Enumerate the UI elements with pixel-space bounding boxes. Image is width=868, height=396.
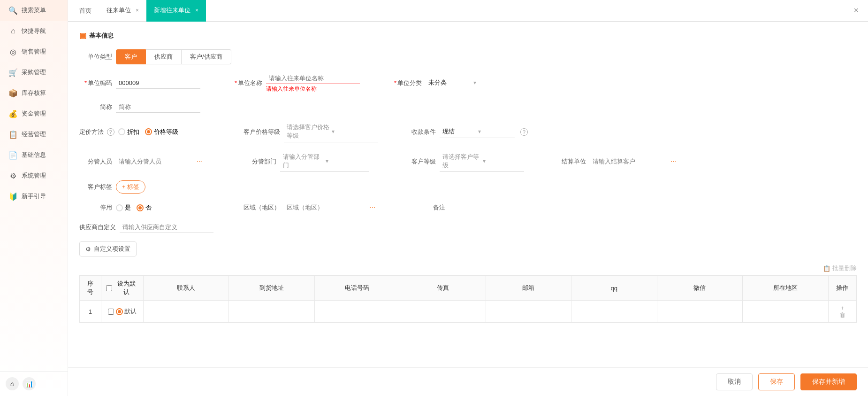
department-arrow: ▾	[326, 158, 366, 164]
manager-field: 分管人员 ···	[79, 156, 244, 167]
sidebar-bottom: ⌂ 📊	[0, 371, 68, 396]
short-name-label: 简称	[79, 103, 112, 111]
sidebar-item-basic-info[interactable]: 📄 基础信息	[0, 145, 68, 165]
unit-type-customer-btn[interactable]: 客户	[116, 49, 146, 64]
customer-level-label: 客户等级	[403, 157, 436, 166]
settlement-unit-label: 结算单位	[553, 157, 586, 166]
row-checkbox: 默认	[101, 301, 143, 323]
unit-type-supplier-btn[interactable]: 供应商	[146, 49, 182, 64]
payment-terms-hint-icon[interactable]: ?	[520, 128, 528, 136]
custom-settings-button[interactable]: ⚙ 自定义项设置	[79, 241, 137, 256]
col-contact: 联系人	[143, 276, 228, 301]
region-input[interactable]	[284, 202, 364, 213]
col-email: 邮箱	[486, 276, 571, 301]
tab-partner[interactable]: 往来单位 ×	[99, 0, 146, 22]
row-default-radio[interactable]	[116, 308, 123, 315]
unit-name-field: *单位名称 请输入往来单位名称	[229, 73, 389, 93]
row-contact[interactable]	[143, 301, 228, 323]
cancel-button[interactable]: 取消	[716, 373, 753, 390]
row-delete-btn[interactable]: 🗑	[839, 311, 845, 318]
payment-terms-select[interactable]: 现结 ▾	[440, 125, 515, 138]
supplier-custom-input[interactable]	[120, 222, 213, 233]
pricing-discount-option[interactable]: 折扣	[118, 128, 139, 136]
region-more-btn[interactable]: ···	[367, 203, 377, 212]
unit-category-select[interactable]: 未分类 ▾	[426, 77, 519, 89]
tab-new-partner-close[interactable]: ×	[195, 7, 198, 14]
pricing-discount-radio[interactable]	[118, 128, 125, 135]
department-select[interactable]: 请输入分管部门 ▾	[280, 151, 369, 172]
remark-input[interactable]	[449, 202, 562, 213]
payment-terms-field: 收款条件 现结 ▾ ?	[403, 125, 857, 138]
tab-partner-close[interactable]: ×	[136, 7, 139, 14]
tab-home[interactable]: 首页	[72, 0, 99, 22]
tab-new-partner[interactable]: 新增往来单位 ×	[146, 0, 206, 22]
disabled-radio-group: 是 否	[116, 203, 152, 212]
settlement-unit-input[interactable]	[590, 156, 665, 167]
disabled-no-radio[interactable]	[137, 204, 144, 211]
batch-delete-button[interactable]: 📋 批量删除	[823, 264, 857, 272]
unit-code-input[interactable]	[116, 78, 200, 89]
row-select-checkbox[interactable]	[108, 309, 114, 315]
row-add-btn[interactable]: +	[840, 304, 844, 311]
manager-input[interactable]	[116, 156, 191, 167]
unit-name-input[interactable]	[266, 73, 360, 84]
disabled-no-option[interactable]: 否	[137, 203, 152, 212]
sidebar-item-sales[interactable]: ◎ 销售管理	[0, 41, 68, 62]
unit-info-row: *单位编码 *单位名称 请输入往来单位名称 *单位分类 未分类 ▾	[79, 73, 857, 93]
pricing-row: 定价方法 ? 折扣 价格等级 客户价格等级 请选择客户价	[79, 121, 857, 142]
customer-price-level-field: 客户价格等级 请选择客户价格等级 ▾	[244, 121, 403, 142]
sidebar-item-finance[interactable]: 💰 资金管理	[0, 103, 68, 124]
unit-category-arrow: ▾	[473, 79, 517, 86]
sidebar-item-quick-nav[interactable]: ⌂ 快捷导航	[0, 21, 68, 41]
unit-type-row: 单位类型 客户 供应商 客户/供应商	[79, 49, 857, 64]
customer-price-level-label: 客户价格等级	[244, 128, 280, 136]
manager-more-btn[interactable]: ···	[195, 157, 205, 166]
disabled-yes-radio[interactable]	[116, 204, 123, 211]
settlement-unit-more-btn[interactable]: ···	[669, 157, 678, 166]
col-fax: 传真	[400, 276, 486, 301]
pricing-level-radio[interactable]	[145, 128, 152, 135]
inventory-icon: 📦	[8, 88, 18, 98]
row-fax[interactable]	[400, 301, 486, 323]
col-seq: 序号	[80, 276, 101, 301]
sidebar-bottom-icon-2[interactable]: 📊	[23, 377, 36, 390]
row-email[interactable]	[486, 301, 571, 323]
customer-level-select[interactable]: 请选择客户等级 ▾	[440, 151, 524, 172]
unit-type-both-btn[interactable]: 客户/供应商	[182, 49, 231, 64]
pricing-level-option[interactable]: 价格等级	[145, 128, 178, 136]
short-name-row: 简称	[79, 101, 857, 113]
disabled-yes-option[interactable]: 是	[116, 203, 131, 212]
col-phone: 电话号码	[314, 276, 400, 301]
sales-icon: ◎	[8, 47, 18, 56]
pricing-label: 定价方法 ?	[79, 128, 114, 136]
save-and-new-button[interactable]: 保存并新增	[800, 373, 857, 390]
col-location: 所在地区	[743, 276, 828, 301]
tab-bar: 首页 往来单位 × 新增往来单位 × ×	[68, 0, 868, 22]
sidebar-item-purchase[interactable]: 🛒 采购管理	[0, 62, 68, 83]
add-tag-button[interactable]: + 标签	[116, 180, 145, 194]
row-location[interactable]	[743, 301, 828, 323]
col-qq: qq	[571, 276, 657, 301]
row-phone[interactable]	[314, 301, 400, 323]
sidebar-item-guide[interactable]: 🔰 新手引导	[0, 186, 68, 207]
col-wechat: 微信	[657, 276, 742, 301]
window-close-button[interactable]: ×	[848, 6, 864, 16]
save-button[interactable]: 保存	[758, 373, 795, 390]
guide-icon: 🔰	[8, 192, 18, 201]
sidebar-item-operations[interactable]: 📋 经营管理	[0, 124, 68, 145]
unit-type-label: 单位类型	[79, 53, 112, 61]
row-address[interactable]	[229, 301, 314, 323]
disabled-row: 停用 是 否 区域（地区） ··· 备注	[79, 202, 857, 213]
search-icon: 🔍	[8, 6, 18, 15]
unit-name-input-wrap: 请输入往来单位名称	[266, 73, 360, 93]
sidebar-item-inventory[interactable]: 📦 库存核算	[0, 83, 68, 103]
sidebar-item-search[interactable]: 🔍 搜索菜单	[0, 0, 68, 21]
select-all-checkbox[interactable]	[106, 285, 112, 291]
row-wechat[interactable]	[657, 301, 742, 323]
sidebar-bottom-icon-1[interactable]: ⌂	[6, 377, 19, 390]
sidebar-item-system[interactable]: ⚙ 系统管理	[0, 165, 68, 186]
pricing-hint-icon[interactable]: ?	[107, 128, 114, 136]
row-qq[interactable]	[571, 301, 657, 323]
short-name-input[interactable]	[116, 101, 200, 113]
customer-price-level-select[interactable]: 请选择客户价格等级 ▾	[284, 121, 378, 142]
